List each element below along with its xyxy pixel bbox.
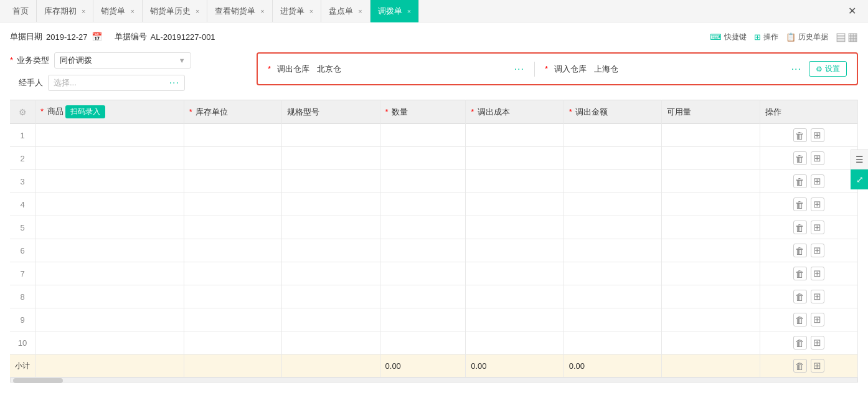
row-unit-cell[interactable] xyxy=(184,216,281,239)
tab-home[interactable]: 首页 xyxy=(5,0,37,22)
row-spec-cell[interactable] xyxy=(282,216,380,239)
row-delete-icon[interactable]: 🗑 xyxy=(793,313,807,326)
tab-transfer[interactable]: 调拨单 × xyxy=(370,0,419,22)
row-delete-icon[interactable]: 🗑 xyxy=(793,128,807,142)
tab-close-inventory-init[interactable]: × xyxy=(82,7,85,15)
tab-close-sales-history[interactable]: × xyxy=(196,7,199,15)
layout-icon-2[interactable]: ▦ xyxy=(847,30,858,44)
row-amount-cell[interactable] xyxy=(564,331,661,355)
row-qty-cell[interactable] xyxy=(380,331,466,355)
row-spec-cell[interactable] xyxy=(282,147,380,170)
row-cost-cell[interactable] xyxy=(466,193,564,216)
shortcut-action[interactable]: ⌨ 快捷键 xyxy=(710,32,747,42)
row-copy-icon[interactable]: ⊞ xyxy=(811,359,824,373)
history-action[interactable]: 📋 历史单据 xyxy=(786,32,828,42)
transfer-in-dots[interactable]: ··· xyxy=(791,64,801,75)
row-qty-cell[interactable] xyxy=(380,285,466,308)
row-product-cell[interactable] xyxy=(35,193,184,216)
row-cost-cell[interactable] xyxy=(466,308,564,331)
row-qty-cell[interactable] xyxy=(380,124,466,147)
float-expand-btn[interactable]: ⤢ xyxy=(851,169,868,189)
row-unit-cell[interactable] xyxy=(184,308,281,331)
operation-action[interactable]: ⊞ 操作 xyxy=(754,32,778,42)
row-cost-cell[interactable] xyxy=(466,239,564,262)
row-copy-icon[interactable]: ⊞ xyxy=(811,128,824,142)
row-delete-icon[interactable]: 🗑 xyxy=(793,244,807,257)
row-unit-cell[interactable] xyxy=(184,170,281,193)
tab-close-transfer[interactable]: × xyxy=(407,7,411,15)
row-product-cell[interactable] xyxy=(35,216,184,239)
row-cost-cell[interactable] xyxy=(466,216,564,239)
row-unit-cell[interactable] xyxy=(184,262,281,285)
row-copy-icon[interactable]: ⊞ xyxy=(811,221,824,234)
row-copy-icon[interactable]: ⊞ xyxy=(811,267,824,280)
row-unit-cell[interactable] xyxy=(184,331,281,355)
row-qty-cell[interactable] xyxy=(380,193,466,216)
row-qty-cell[interactable] xyxy=(380,216,466,239)
row-delete-icon[interactable]: 🗑 xyxy=(793,174,807,188)
tab-purchase[interactable]: 进货单 × xyxy=(273,0,321,22)
row-copy-icon[interactable]: ⊞ xyxy=(811,290,824,303)
row-delete-icon[interactable]: 🗑 xyxy=(793,198,807,211)
row-spec-cell[interactable] xyxy=(282,331,380,355)
row-copy-icon[interactable]: ⊞ xyxy=(811,336,824,350)
row-spec-cell[interactable] xyxy=(282,170,380,193)
dropdown-arrow-business[interactable]: ▼ xyxy=(179,57,186,64)
row-amount-cell[interactable] xyxy=(564,147,661,170)
row-cost-cell[interactable] xyxy=(466,331,564,355)
handler-input[interactable]: 选择... ··· xyxy=(48,75,185,91)
row-qty-cell[interactable] xyxy=(380,308,466,331)
row-delete-icon[interactable]: 🗑 xyxy=(793,336,807,350)
row-cost-cell[interactable] xyxy=(466,262,564,285)
th-gear[interactable]: ⚙ xyxy=(10,100,35,124)
row-amount-cell[interactable] xyxy=(564,216,661,239)
tab-sales-order[interactable]: 销货单 × xyxy=(93,0,142,22)
row-amount-cell[interactable] xyxy=(564,124,661,147)
row-product-cell[interactable] xyxy=(35,147,184,170)
row-product-cell[interactable] xyxy=(35,239,184,262)
row-cost-cell[interactable] xyxy=(466,170,564,193)
row-product-cell[interactable] xyxy=(35,285,184,308)
table-gear-icon[interactable]: ⚙ xyxy=(19,107,27,117)
transfer-out-dots[interactable]: ··· xyxy=(514,64,524,75)
scrollbar-thumb[interactable] xyxy=(13,378,63,383)
row-delete-icon[interactable]: 🗑 xyxy=(793,221,807,234)
float-list-btn[interactable]: ☰ xyxy=(851,150,868,169)
row-unit-cell[interactable] xyxy=(184,285,281,308)
row-product-cell[interactable] xyxy=(35,170,184,193)
row-spec-cell[interactable] xyxy=(282,193,380,216)
row-copy-icon[interactable]: ⊞ xyxy=(811,244,824,257)
tab-close-purchase[interactable]: × xyxy=(309,7,313,15)
row-amount-cell[interactable] xyxy=(564,193,661,216)
row-delete-icon[interactable]: 🗑 xyxy=(793,290,807,303)
row-copy-icon[interactable]: ⊞ xyxy=(811,313,824,326)
date-value[interactable]: 2019-12-27 xyxy=(46,32,88,42)
tab-inventory-init[interactable]: 库存期初 × xyxy=(37,0,93,22)
settings-button[interactable]: ⚙ 设置 xyxy=(809,61,847,77)
window-close-button[interactable]: ✕ xyxy=(841,0,863,22)
tab-view-sales[interactable]: 查看销货单 × xyxy=(207,0,272,22)
row-cost-cell[interactable] xyxy=(466,285,564,308)
tab-close-sales-order[interactable]: × xyxy=(130,7,134,15)
tab-close-view-sales[interactable]: × xyxy=(260,7,264,15)
row-delete-icon[interactable]: 🗑 xyxy=(793,151,807,165)
tab-stocktake[interactable]: 盘点单 × xyxy=(321,0,370,22)
row-cost-cell[interactable] xyxy=(466,147,564,170)
row-copy-icon[interactable]: ⊞ xyxy=(811,174,824,188)
row-spec-cell[interactable] xyxy=(282,285,380,308)
business-type-input[interactable]: 同价调拨 ▼ xyxy=(54,52,191,69)
handler-dots-btn[interactable]: ··· xyxy=(169,77,179,88)
row-product-cell[interactable] xyxy=(35,124,184,147)
row-unit-cell[interactable] xyxy=(184,147,281,170)
row-copy-icon[interactable]: ⊞ xyxy=(811,151,824,165)
row-spec-cell[interactable] xyxy=(282,262,380,285)
row-qty-cell[interactable] xyxy=(380,262,466,285)
tab-sales-history[interactable]: 销货单历史 × xyxy=(143,0,207,22)
row-spec-cell[interactable] xyxy=(282,308,380,331)
row-product-cell[interactable] xyxy=(35,262,184,285)
row-amount-cell[interactable] xyxy=(564,308,661,331)
calendar-icon[interactable]: 📅 xyxy=(92,32,102,42)
row-amount-cell[interactable] xyxy=(564,262,661,285)
row-amount-cell[interactable] xyxy=(564,239,661,262)
row-qty-cell[interactable] xyxy=(380,170,466,193)
